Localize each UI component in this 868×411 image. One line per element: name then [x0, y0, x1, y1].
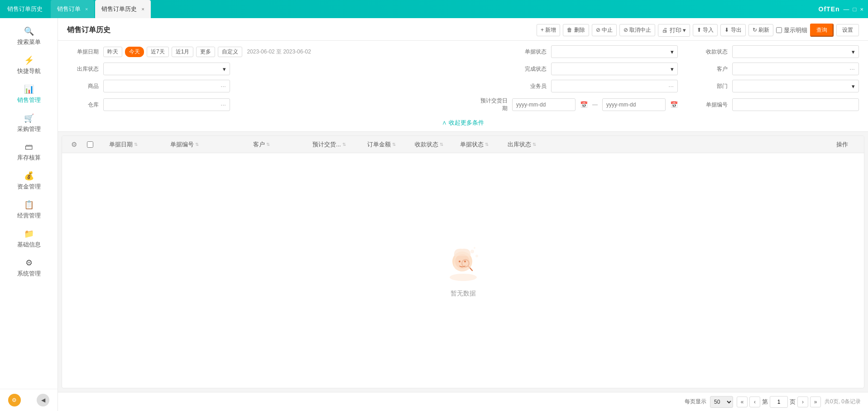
- bill-status-select[interactable]: ▾: [551, 45, 678, 58]
- warehouse-dots[interactable]: ···: [221, 101, 226, 108]
- collapse-row[interactable]: ∧ 收起更多条件: [67, 117, 859, 127]
- sidebar-settings-icon[interactable]: ⚙: [8, 394, 21, 406]
- sidebar-item-sales[interactable]: 📊 销售管理: [0, 80, 58, 109]
- complete-status-select[interactable]: ▾: [551, 63, 678, 75]
- date-btn-7days[interactable]: 近7天: [147, 47, 169, 57]
- last-page-btn[interactable]: »: [810, 396, 821, 407]
- page-size-select[interactable]: 20 50 100: [710, 396, 733, 408]
- date-btn-yesterday[interactable]: 昨天: [103, 47, 122, 57]
- top-bar: 销售订单历史 销售订单 × 销售订单历史 × OfTEn — □ ×: [0, 0, 868, 18]
- date-btn-1month[interactable]: 近1月: [172, 47, 194, 57]
- salesperson-select[interactable]: ···: [551, 80, 678, 92]
- table-settings-icon[interactable]: ⚙: [71, 140, 77, 149]
- minimize-btn[interactable]: —: [844, 6, 849, 13]
- sidebar-item-inventory[interactable]: 🗃 库存核算: [0, 138, 58, 166]
- delivery-date-to[interactable]: [602, 98, 666, 111]
- sidebar-item-quicknav[interactable]: ⚡ 快捷导航: [0, 51, 58, 80]
- basic-info-icon: 📁: [24, 229, 34, 239]
- tab-home[interactable]: 销售订单历史: [0, 0, 50, 18]
- date-btn-custom[interactable]: 自定义: [218, 47, 242, 57]
- bill-status-label: 单据状态: [515, 48, 547, 56]
- th-payment[interactable]: 收款状态 ⇅: [406, 140, 451, 149]
- bill-number-input[interactable]: [732, 98, 859, 111]
- display-cols-checkbox[interactable]: [776, 27, 782, 33]
- th-code[interactable]: 单据编号 ⇅: [148, 140, 221, 149]
- calendar-to-icon[interactable]: 📅: [670, 101, 678, 108]
- quicknav-icon: ⚡: [24, 55, 34, 65]
- warehouse-select[interactable]: ···: [103, 98, 230, 111]
- customer-dots[interactable]: ···: [849, 65, 855, 73]
- table-area: ⚙ 单据日期 ⇅ 单据编号 ⇅ 客户 ⇅ 预计交货...: [62, 135, 864, 388]
- product-select[interactable]: ···: [103, 80, 230, 92]
- print-button[interactable]: 🖨 打印 ▾: [658, 24, 690, 37]
- settings-button[interactable]: 设置: [836, 24, 859, 36]
- sidebar-item-search[interactable]: 🔍 搜索菜单: [0, 22, 58, 51]
- th-date[interactable]: 单据日期 ⇅: [98, 140, 148, 149]
- cancel-stop-button[interactable]: ⊘ 取消中止: [619, 24, 655, 36]
- tab-sales-order-close[interactable]: ×: [85, 6, 88, 12]
- maximize-btn[interactable]: □: [853, 6, 857, 13]
- empty-state: 暂无数据: [62, 153, 864, 388]
- filter-row-2: 出库状态 ▾ 完成状态 ▾ 客户 ···: [67, 63, 859, 75]
- sidebar: 🔍 搜索菜单 ⚡ 快捷导航 📊 销售管理 🛒 采购管理 🗃 库存核算 💰 资金管…: [0, 18, 58, 411]
- new-button[interactable]: + 新增: [537, 24, 560, 36]
- svg-point-8: [475, 255, 478, 257]
- close-btn[interactable]: ×: [860, 6, 863, 13]
- th-warehouse[interactable]: 出库状态 ⇅: [497, 140, 547, 149]
- th-date-sort: ⇅: [134, 142, 138, 147]
- sidebar-collapse-icon[interactable]: ◀: [37, 394, 49, 406]
- department-select[interactable]: ▾: [732, 80, 859, 92]
- sidebar-item-basic-info[interactable]: 📁 基础信息: [0, 224, 58, 253]
- tab-sales-order-history-close[interactable]: ×: [141, 6, 144, 12]
- stop-button[interactable]: ⊘ 中止: [592, 24, 617, 36]
- sales-icon: 📊: [24, 84, 34, 94]
- th-amount[interactable]: 订单金额 ⇅: [356, 140, 406, 149]
- calendar-from-icon[interactable]: 📅: [580, 101, 588, 108]
- th-status[interactable]: 单据状态 ⇅: [451, 140, 497, 149]
- th-action-label: 操作: [836, 140, 848, 149]
- sidebar-item-finance[interactable]: 💰 资金管理: [0, 166, 58, 195]
- display-toggle[interactable]: 显示明细: [776, 26, 807, 34]
- date-btn-more[interactable]: 更多: [196, 47, 215, 57]
- customer-select[interactable]: ···: [732, 63, 859, 75]
- sidebar-item-system[interactable]: ⚙ 系统管理: [0, 253, 58, 282]
- th-code-sort: ⇅: [195, 142, 199, 147]
- tab-sales-order-history[interactable]: 销售订单历史 ×: [95, 0, 150, 18]
- tab-sales-order-history-label: 销售订单历史: [101, 5, 137, 13]
- sidebar-item-operations[interactable]: 📋 经营管理: [0, 195, 58, 224]
- page-input[interactable]: [770, 396, 788, 408]
- th-customer-sort: ⇅: [266, 142, 270, 147]
- delete-button[interactable]: 🗑 删除: [563, 24, 589, 36]
- table-footer: 每页显示 20 50 100 « ‹ 第 页 › » 共0页, 0条记录: [58, 392, 868, 411]
- sidebar-item-purchase[interactable]: 🛒 采购管理: [0, 109, 58, 138]
- next-page-btn[interactable]: ›: [797, 396, 808, 407]
- export-button[interactable]: ⬇ 导出: [720, 24, 745, 36]
- sidebar-item-search-label: 搜索菜单: [17, 38, 41, 46]
- system-icon: ⚙: [25, 258, 33, 268]
- salesperson-label: 业务员: [515, 82, 547, 90]
- content-area: 销售订单历史 + 新增 🗑 删除 ⊘ 中止 ⊘ 取消中止 🖨 打印 ▾ ⬆ 导入…: [58, 18, 868, 411]
- payment-status-label: 收款状态: [696, 48, 728, 56]
- select-all-checkbox[interactable]: [87, 141, 93, 148]
- top-bar-right: OfTEn — □ ×: [819, 5, 868, 13]
- query-button[interactable]: 查询: [810, 24, 834, 37]
- salesperson-dots[interactable]: ···: [668, 82, 674, 90]
- payment-status-select[interactable]: ▾: [732, 45, 859, 58]
- product-dots[interactable]: ···: [221, 82, 226, 90]
- empty-icon: [441, 243, 486, 284]
- th-delivery[interactable]: 预计交货... ⇅: [302, 140, 356, 149]
- warehouse-status-label: 出库状态: [67, 65, 99, 73]
- date-btn-today[interactable]: 今天: [125, 47, 144, 57]
- first-page-btn[interactable]: «: [737, 396, 748, 407]
- th-status-sort: ⇅: [485, 142, 489, 147]
- tab-sales-order[interactable]: 销售订单 ×: [51, 0, 94, 18]
- th-customer[interactable]: 客户 ⇅: [221, 140, 302, 149]
- sidebar-item-basic-info-label: 基础信息: [17, 241, 41, 249]
- warehouse-label: 仓库: [67, 101, 99, 109]
- warehouse-status-select[interactable]: ▾: [103, 63, 230, 75]
- refresh-button[interactable]: ↻ 刷新: [748, 24, 773, 36]
- import-button[interactable]: ⬆ 导入: [693, 24, 718, 36]
- delivery-date-from[interactable]: [512, 98, 575, 111]
- prev-page-btn[interactable]: ‹: [749, 396, 760, 407]
- th-delivery-label: 预计交货...: [312, 140, 341, 149]
